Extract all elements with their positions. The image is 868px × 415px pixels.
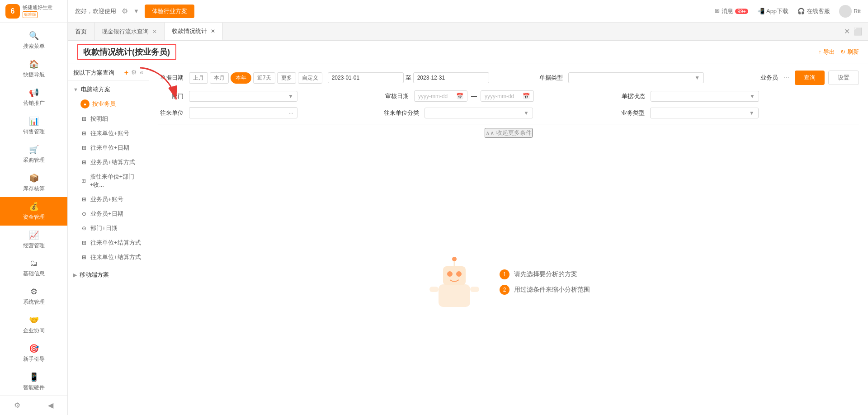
counterpart-type-select[interactable]: ▼ <box>425 108 533 118</box>
sidebar-item-shortcut[interactable]: 🏠 快捷导航 <box>0 55 67 83</box>
dept-select[interactable]: ▼ <box>189 91 297 102</box>
messages-btn[interactable]: ✉ 消息 99+ <box>715 7 748 15</box>
sidebar-item-inventory[interactable]: 📦 库存核算 <box>0 169 67 197</box>
bill-status-select[interactable]: ▼ <box>651 91 759 102</box>
sidebar-item-guide[interactable]: 🎯 新手引导 <box>0 339 67 368</box>
tab-bank[interactable]: 现金银行流水查询 ✕ <box>94 23 165 40</box>
tab-receipt-close[interactable]: ✕ <box>211 28 215 34</box>
unit-date-icon: ⊞ <box>80 145 88 151</box>
date-btn-custom[interactable]: 自定义 <box>298 72 322 84</box>
panel-settings-btn[interactable]: ⚙ <box>131 69 137 77</box>
tree-item-unit-date[interactable]: ⊞ 往来单位+日期 <box>68 141 149 155</box>
collapse-btn[interactable]: ∧∧ 收起更多条件 <box>485 128 533 138</box>
topbar-settings-icon[interactable]: ⚙ <box>122 7 128 15</box>
review-date-label: 审核日期 <box>383 92 409 100</box>
counterpart-input[interactable]: ··· <box>189 107 297 118</box>
sidebar-settings-btn[interactable]: ⚙ <box>14 401 20 410</box>
sidebar-item-basic[interactable]: 🗂 基础信息 <box>0 254 67 282</box>
tree-item-unit-dept[interactable]: ⊞ 按往来单位+部门+收... <box>68 170 149 192</box>
logo-badge: 标准版 <box>23 11 38 18</box>
review-date-to-container[interactable]: yyyy-mm-dd 📅 <box>481 90 534 102</box>
salesperson-account-icon: ⊞ <box>80 196 88 203</box>
calendar-icon-from[interactable]: 📅 <box>456 93 463 99</box>
sidebar-item-corp[interactable]: 🤝 企业协同 <box>0 311 67 339</box>
user-area[interactable]: Rit <box>839 5 861 18</box>
review-date-separator: — <box>469 93 479 99</box>
messages-label: 消息 <box>722 7 733 15</box>
date-btn-last-month[interactable]: 上月 <box>189 72 208 84</box>
tree-item-dept-date[interactable]: ⊙ 部门+日期 <box>68 221 149 236</box>
mobile-section-title[interactable]: ▶ 移动端方案 <box>68 268 149 282</box>
sidebar-item-operation[interactable]: 📈 经营管理 <box>0 226 67 254</box>
sidebar-item-marketing[interactable]: 📢 营销推广 <box>0 83 67 112</box>
tree-item-unit-settle1[interactable]: ⊞ 往来单位+结算方式 <box>68 236 149 250</box>
biz-type-select[interactable]: ▼ <box>650 108 759 118</box>
tab-home[interactable]: 首页 <box>68 23 94 40</box>
home-icon: 🏠 <box>29 59 39 69</box>
sidebar-item-hardware[interactable]: 📱 智能硬件 <box>0 368 67 395</box>
active-dot: ● <box>80 99 90 108</box>
empty-content: 1 请先选择要分析的方案 2 用过滤条件来缩小分析范围 <box>427 255 590 309</box>
mobile-section: ▶ 移动端方案 <box>68 266 149 283</box>
refresh-btn[interactable]: ↻ 刷新 <box>840 48 859 56</box>
biz-type-label: 业务类型 <box>619 109 645 117</box>
step-1-num: 1 <box>500 269 509 279</box>
calendar-icon-to[interactable]: 📅 <box>523 93 530 99</box>
svg-rect-7 <box>470 287 479 292</box>
date-btn-more[interactable]: 更多 <box>277 72 296 84</box>
salesperson-settle-icon: ⊞ <box>80 159 88 165</box>
sidebar-item-purchase[interactable]: 🛒 采购管理 <box>0 140 67 169</box>
tree-item-salesperson-settle[interactable]: ⊞ 业务员+结算方式 <box>68 155 149 170</box>
settings-btn[interactable]: 设置 <box>828 71 859 85</box>
empty-step-1: 1 请先选择要分析的方案 <box>500 269 590 279</box>
avatar <box>839 5 852 18</box>
date-from-input[interactable] <box>328 72 404 83</box>
tree-item-detail[interactable]: ⊞ 按明细 <box>68 112 149 126</box>
tree-item-unit-account[interactable]: ⊞ 往来单位+账号 <box>68 126 149 141</box>
svg-point-2 <box>447 271 453 277</box>
review-date-from-container[interactable]: yyyy-mm-dd 📅 <box>414 90 467 102</box>
tab-maximize[interactable]: ⬜ <box>854 27 863 36</box>
step-2-num: 2 <box>500 285 509 295</box>
tab-receipt[interactable]: 收款情况统计 ✕ <box>165 23 223 40</box>
tab-bank-close[interactable]: ✕ <box>152 28 157 35</box>
panel-add-btn[interactable]: + <box>124 69 128 77</box>
pc-section-title[interactable]: ▼ 电脑端方案 <box>68 83 149 96</box>
tree-item-salesperson-account[interactable]: ⊞ 业务员+账号 <box>68 192 149 207</box>
logo-name: 畅捷通好生意 <box>23 4 52 10</box>
date-btn-last-7days[interactable]: 近7天 <box>253 72 275 84</box>
svg-rect-6 <box>429 287 439 292</box>
export-btn[interactable]: ↑ 导出 <box>819 48 835 56</box>
logo-area: 6 畅捷通好生意 标准版 <box>0 0 67 23</box>
trial-btn[interactable]: 体验行业方案 <box>145 5 194 18</box>
topbar-dropdown-icon[interactable]: ▼ <box>133 8 139 14</box>
counterpart-more-icon[interactable]: ··· <box>288 109 293 116</box>
tab-close-all[interactable]: ✕ <box>844 27 850 36</box>
sidebar-item-sales[interactable]: 📊 销售管理 <box>0 112 67 140</box>
refresh-icon: ↻ <box>840 48 845 55</box>
sidebar: 6 畅捷通好生意 标准版 🔍 搜索菜单 🏠 快捷导航 📢 营销推广 📊 销售管理 <box>0 0 68 415</box>
online-service-btn[interactable]: 🎧 在线客服 <box>797 7 830 15</box>
bill-status-label: 单据状态 <box>620 92 645 100</box>
search-row-2: 部门 ▼ 审核日期 yyyy-mm-dd 📅 — <box>158 90 859 102</box>
date-to-input[interactable] <box>413 72 489 83</box>
sidebar-collapse-btn[interactable]: ◀ <box>48 401 53 410</box>
salesperson-more-btn[interactable]: ··· <box>783 74 789 82</box>
tree-item-salesperson[interactable]: ● 按业务员 <box>68 96 149 112</box>
operation-icon: 📈 <box>29 230 39 240</box>
date-btn-this-month[interactable]: 本月 <box>210 72 229 84</box>
pc-section-arrow: ▼ <box>73 87 78 92</box>
bill-type-select[interactable]: ▼ <box>568 72 704 83</box>
panel-title: 按以下方案查询 <box>73 69 114 77</box>
date-btn-this-year[interactable]: 本年 <box>231 72 251 84</box>
empty-robot-illustration <box>427 255 481 309</box>
topbar-left: 您好，欢迎使用 ⚙ ▼ 体验行业方案 <box>75 5 194 18</box>
app-download-btn[interactable]: 📲 App下载 <box>757 7 788 15</box>
panel-collapse-btn[interactable]: « <box>140 69 143 77</box>
search-btn[interactable]: 查询 <box>795 71 825 85</box>
sidebar-item-system[interactable]: ⚙ 系统管理 <box>0 282 67 311</box>
tree-item-salesperson-date[interactable]: ⊙ 业务员+日期 <box>68 207 149 221</box>
tree-item-unit-settle2[interactable]: ⊞ 往来单位+结算方式 <box>68 250 149 264</box>
sidebar-item-finance[interactable]: 💰 资金管理 <box>0 197 67 226</box>
sidebar-item-search[interactable]: 🔍 搜索菜单 <box>0 26 67 55</box>
